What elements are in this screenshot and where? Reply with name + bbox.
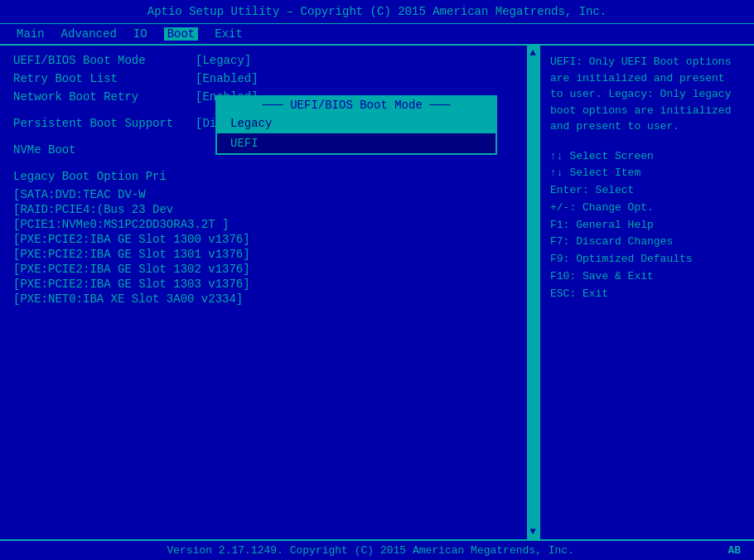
key-optimized-defaults: F9: Optimized Defaults [550, 251, 744, 268]
setting-label-persistent-boot-support: Persistent Boot Support [13, 117, 196, 130]
key-select-screen: ↑↓ Select Screen [550, 148, 744, 166]
boot-list-item-5[interactable]: [PXE:PCIE2:IBA GE Slot 1302 v1376] [13, 263, 514, 276]
setting-label-uefi-bios-boot-mode: UEFI/BIOS Boot Mode [13, 54, 196, 67]
key-general-help: F1: General Help [550, 217, 744, 234]
key-change-opt: +/-: Change Opt. [550, 200, 744, 217]
footer: Version 2.17.1249. Copyright (C) 2015 Am… [0, 539, 754, 560]
nav-bar: Main Advanced IO Boot Exit [0, 24, 754, 46]
key-save-exit: F10: Save & Exit [550, 268, 744, 286]
footer-version: Version 2.17.1249. Copyright (C) 2015 Am… [13, 544, 727, 557]
boot-list-item-0[interactable]: [SATA:DVD:TEAC DV-W [13, 188, 514, 201]
title-bar: Aptio Setup Utility – Copyright (C) 2015… [0, 0, 754, 24]
popup-option-legacy[interactable]: Legacy [217, 113, 495, 133]
boot-list-item-3[interactable]: [PXE:PCIE2:IBA GE Slot 1300 v1376] [13, 233, 514, 246]
setting-value-retry-boot-list: [Enabled] [196, 72, 259, 85]
nav-main[interactable]: Main [17, 27, 45, 41]
boot-list-item-7[interactable]: [PXE:NET0:IBA XE Slot 3A00 v2334] [13, 292, 514, 306]
popup-body: ─── UEFI/BIOS Boot Mode ─── Legacy UEFI [215, 95, 497, 155]
setting-label-network-boot-retry: Network Boot Retry [13, 90, 196, 104]
key-esc-exit: ESC: Exit [550, 286, 744, 303]
boot-list-item-6[interactable]: [PXE:PCIE2:IBA GE Slot 1303 v1376] [13, 278, 514, 291]
help-text: UEFI: Only UEFI Boot options are initial… [550, 54, 744, 135]
main-area: UEFI/BIOS Boot Mode [Legacy] Retry Boot … [0, 46, 754, 539]
boot-list-item-2[interactable]: [PCIE1:NVMe0:MS1PC2DD3ORA3.2T ] [13, 218, 514, 231]
scroll-up-arrow[interactable]: ▲ [529, 46, 535, 60]
key-select-item: ↑↓ Select Item [550, 165, 744, 182]
setting-label-nvme-boot: NVMe Boot [13, 143, 196, 157]
right-panel: UEFI: Only UEFI Boot options are initial… [539, 46, 754, 539]
setting-label-retry-boot-list: Retry Boot List [13, 72, 196, 85]
nav-exit[interactable]: Exit [215, 27, 243, 41]
popup-title: ─── UEFI/BIOS Boot Mode ─── [217, 97, 495, 113]
nav-io[interactable]: IO [133, 27, 147, 41]
key-help: ↑↓ Select Screen ↑↓ Select Item Enter: S… [550, 148, 744, 303]
scroll-down-arrow[interactable]: ▼ [529, 524, 535, 539]
nav-boot[interactable]: Boot [164, 27, 199, 41]
legacy-boot-label-text: Legacy Boot Option Pri [13, 170, 196, 183]
boot-list-item-1[interactable]: [RAID:PCIE4:(Bus 23 Dev [13, 203, 514, 216]
setting-retry-boot-list[interactable]: Retry Boot List [Enabled] [13, 72, 514, 85]
legacy-boot-option-priority-label: Legacy Boot Option Pri [13, 170, 514, 183]
key-enter-select: Enter: Select [550, 182, 744, 200]
setting-uefi-bios-boot-mode[interactable]: UEFI/BIOS Boot Mode [Legacy] [13, 54, 514, 67]
boot-list-item-4[interactable]: [PXE:PCIE2:IBA GE Slot 1301 v1376] [13, 248, 514, 261]
key-discard-changes: F7: Discard Changes [550, 234, 744, 251]
boot-list: [SATA:DVD:TEAC DV-W [RAID:PCIE4:(Bus 23 … [13, 188, 514, 306]
popup-option-uefi[interactable]: UEFI [217, 133, 495, 153]
popup-modal: ─── UEFI/BIOS Boot Mode ─── Legacy UEFI [215, 95, 497, 155]
scroll-bar[interactable]: ▲ ▼ [527, 46, 539, 539]
title-text: Aptio Setup Utility – Copyright (C) 2015… [147, 5, 607, 18]
footer-badge: AB [727, 544, 741, 557]
setting-value-uefi-bios-boot-mode: [Legacy] [196, 54, 251, 67]
left-panel: UEFI/BIOS Boot Mode [Legacy] Retry Boot … [0, 46, 527, 539]
nav-advanced[interactable]: Advanced [61, 27, 117, 41]
